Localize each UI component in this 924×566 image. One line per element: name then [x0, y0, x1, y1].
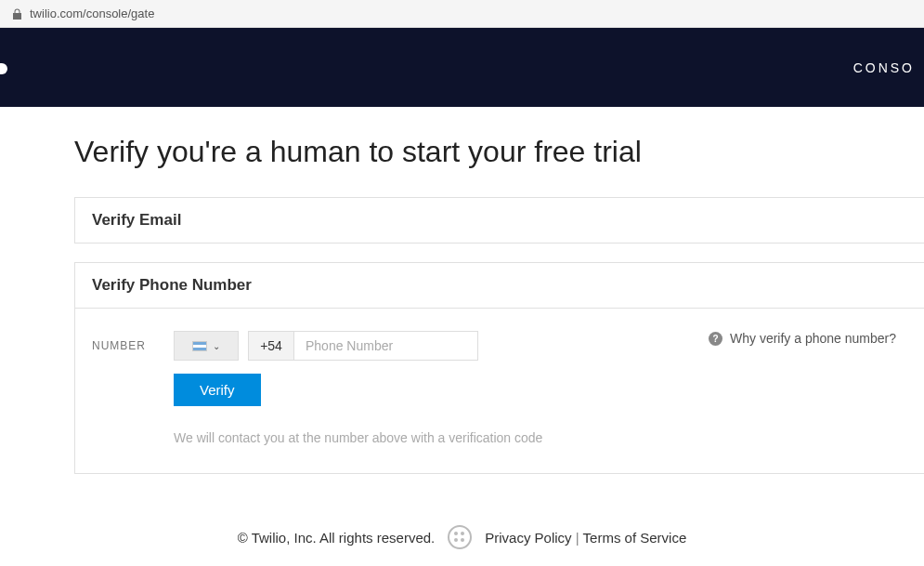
copyright-text: © Twilio, Inc. All rights reserved.: [238, 530, 436, 546]
country-select[interactable]: ⌄: [174, 331, 239, 361]
footer-divider: |: [576, 530, 583, 546]
page-footer: © Twilio, Inc. All rights reserved. Priv…: [0, 525, 924, 549]
verify-help-text: We will contact you at the number above …: [174, 430, 907, 445]
chevron-down-icon: ⌄: [213, 341, 220, 351]
privacy-link[interactable]: Privacy Policy: [485, 530, 571, 546]
app-header: CONSO: [0, 28, 924, 107]
phone-prefix-wrap: +54: [248, 331, 478, 361]
country-prefix: +54: [248, 331, 294, 361]
verify-email-header[interactable]: Verify Email: [75, 198, 924, 243]
main-content: Verify you're a human to start your free…: [0, 107, 924, 474]
page-title: Verify you're a human to start your free…: [74, 135, 924, 169]
verify-phone-header: Verify Phone Number: [75, 263, 924, 308]
flag-icon: [192, 341, 207, 351]
why-verify-text: Why verify a phone number?: [730, 331, 896, 346]
verify-button[interactable]: Verify: [174, 374, 261, 406]
why-verify-link[interactable]: ? Why verify a phone number?: [709, 331, 896, 346]
lock-icon: [11, 8, 22, 20]
verify-phone-panel: Verify Phone Number ? Why verify a phone…: [74, 262, 924, 474]
console-nav-link[interactable]: CONSO: [853, 60, 915, 75]
phone-input-group: ⌄ +54: [174, 331, 478, 361]
footer-links: Privacy Policy | Terms of Service: [485, 530, 686, 546]
twilio-dots-icon: [448, 525, 472, 549]
phone-input[interactable]: [294, 331, 478, 361]
terms-link[interactable]: Terms of Service: [583, 530, 687, 546]
question-icon: ?: [709, 332, 722, 346]
verify-phone-body: ? Why verify a phone number? NUMBER ⌄ +5…: [75, 308, 924, 473]
browser-address-bar: twilio.com/console/gate: [0, 0, 924, 28]
number-label: NUMBER: [92, 339, 148, 352]
verify-email-panel: Verify Email: [74, 197, 924, 244]
url-text[interactable]: twilio.com/console/gate: [30, 7, 154, 20]
logo-fragment: [0, 63, 7, 74]
